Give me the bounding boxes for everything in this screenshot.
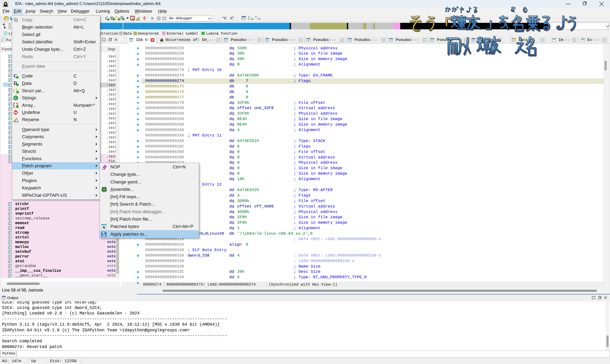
svg-text:C: C bbox=[224, 16, 227, 21]
svg-text:C: C bbox=[14, 96, 17, 100]
